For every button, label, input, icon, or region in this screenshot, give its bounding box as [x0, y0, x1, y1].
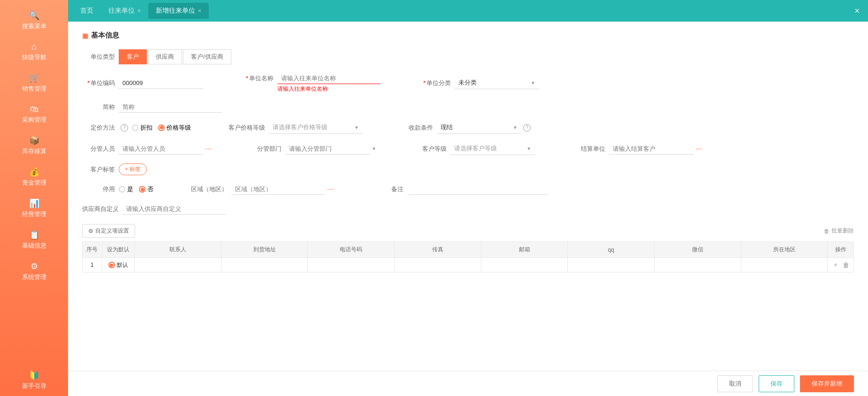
tab-home[interactable]: 首页 — [73, 3, 101, 19]
sidebar-item-system[interactable]: ⚙ 系统管理 — [0, 256, 68, 287]
cell-contact[interactable] — [135, 258, 221, 272]
pricing-radio-discount[interactable]: 折扣 — [132, 124, 152, 132]
notes-input[interactable] — [407, 184, 548, 195]
tab-new-partner[interactable]: 新增往来单位 × — [148, 3, 209, 19]
unit-name-error: 请输入往来单位名称 — [277, 85, 328, 93]
settlement-unit-input[interactable] — [609, 143, 693, 155]
cell-email[interactable] — [481, 258, 568, 272]
add-row-btn[interactable]: ＋ — [832, 261, 839, 269]
delete-row-btn[interactable]: 🗑 — [843, 261, 849, 269]
row-region-input[interactable] — [744, 262, 825, 268]
email-input[interactable] — [484, 262, 565, 268]
manager-input[interactable] — [119, 143, 203, 155]
default-radio-item[interactable]: 默认 — [108, 261, 128, 269]
price-level-select[interactable]: 请选择客户价格等级 ▼ — [269, 121, 363, 134]
tab-new-partner-close[interactable]: × — [198, 8, 201, 14]
disabled-radio-yes-label: 是 — [127, 185, 133, 194]
customer-tag-row: 客户标签 + 标签 — [82, 163, 854, 175]
save-and-new-button[interactable]: 保存并新增 — [800, 375, 854, 392]
wechat-input[interactable] — [657, 262, 738, 268]
sidebar-item-guide-label: 新手引导 — [22, 382, 46, 390]
save-button[interactable]: 保存 — [759, 375, 794, 392]
search-icon: 🔍 — [29, 10, 39, 21]
cell-region[interactable] — [741, 258, 828, 272]
cell-seq: 1 — [83, 258, 102, 272]
pricing-radio-discount-circle — [132, 124, 138, 131]
payment-terms-value: 现结 — [441, 123, 453, 132]
manager-row: 分管人员 ··· 分管部门 ▼ 客户等级 请选择客户等级 ▼ 结算单位 — [82, 142, 854, 155]
payment-terms-label: 收款条件 — [400, 124, 433, 132]
disabled-radio-no-circle — [139, 186, 145, 193]
supplier-custom-input[interactable] — [122, 203, 226, 215]
sidebar-item-quick-nav-label: 快捷导航 — [22, 53, 46, 62]
settlement-unit-label: 结算单位 — [572, 145, 605, 153]
sidebar-item-operations[interactable]: 📊 经营管理 — [0, 193, 68, 224]
pricing-radio-level[interactable]: 价格等级 — [158, 124, 191, 132]
sidebar-item-quick-nav[interactable]: ⌂ 快捷导航 — [0, 36, 68, 67]
disabled-radio-yes[interactable]: 是 — [119, 185, 133, 194]
tab-home-label: 首页 — [80, 7, 93, 15]
unit-category-select[interactable]: 未分类 ▼ — [455, 77, 539, 89]
fax-input[interactable] — [397, 262, 478, 268]
qq-input[interactable] — [571, 262, 651, 268]
phone-input[interactable] — [311, 262, 391, 268]
section-basic-info: ▣ 基本信息 — [82, 31, 854, 40]
sidebar-item-basic-info[interactable]: 📋 基础信息 — [0, 224, 68, 256]
payment-terms-help-icon[interactable]: ? — [523, 124, 531, 132]
custom-settings-button[interactable]: ⚙ 自定义项设置 — [82, 224, 135, 238]
short-name-label: 简称 — [82, 103, 115, 111]
section-basic-info-label: 基本信息 — [91, 31, 119, 40]
contact-input[interactable] — [137, 262, 218, 268]
type-btn-both[interactable]: 客户/供应商 — [183, 49, 231, 64]
customer-level-select[interactable]: 请选择客户等级 ▼ — [450, 142, 535, 155]
tab-partner[interactable]: 往来单位 × — [101, 3, 148, 19]
col-default: 设为默认 — [102, 242, 134, 258]
tab-bar-close-all[interactable]: × — [851, 6, 863, 16]
sidebar-item-purchase[interactable]: 🛍 采购管理 — [0, 99, 68, 130]
type-btn-customer[interactable]: 客户 — [119, 49, 147, 64]
customer-tag-label: 客户标签 — [82, 165, 115, 174]
unit-type-buttons: 客户 供应商 客户/供应商 — [119, 49, 231, 64]
settlement-unit-more-btn[interactable]: ··· — [695, 145, 701, 153]
supplier-custom-label: 供应商自定义 — [82, 205, 119, 213]
tab-partner-close[interactable]: × — [137, 8, 141, 14]
sidebar-item-inventory[interactable]: 📦 库存核算 — [0, 130, 68, 161]
disabled-group: 停用 是 否 — [82, 185, 153, 194]
manager-more-btn[interactable]: ··· — [205, 145, 211, 153]
col-email: 邮箱 — [481, 242, 568, 258]
tab-bar: 首页 往来单位 × 新增往来单位 × × — [68, 0, 868, 22]
payment-terms-select[interactable]: 现结 ▼ — [437, 121, 521, 134]
disabled-radio-no[interactable]: 否 — [139, 185, 153, 194]
region-input[interactable] — [231, 184, 325, 195]
department-input[interactable] — [285, 143, 370, 155]
address-input[interactable] — [224, 262, 305, 268]
gear-icon: ⚙ — [30, 261, 38, 272]
cell-fax[interactable] — [395, 258, 481, 272]
sidebar-item-sales[interactable]: 🛒 销售管理 — [0, 67, 68, 99]
unit-code-input[interactable] — [119, 78, 203, 89]
cell-phone[interactable] — [308, 258, 395, 272]
price-level-placeholder: 请选择客户价格等级 — [273, 123, 327, 132]
col-contact: 联系人 — [135, 242, 221, 258]
pricing-radio-group: 折扣 价格等级 — [132, 124, 191, 132]
col-seq: 序号 — [83, 242, 102, 258]
cancel-button[interactable]: 取消 — [717, 375, 753, 392]
col-wechat: 微信 — [655, 242, 741, 258]
cell-address[interactable] — [221, 258, 308, 272]
cell-wechat[interactable] — [655, 258, 741, 272]
sidebar-item-finance[interactable]: 💰 资金管理 — [0, 161, 68, 193]
contact-table-section: ⚙ 自定义项设置 🗑 批量删除 序号 设为默认 联系人 到货地址 电话号码 — [82, 224, 854, 272]
bag-icon: 🛍 — [30, 104, 38, 114]
sidebar-item-operations-label: 经营管理 — [22, 210, 46, 218]
add-tag-button[interactable]: + 标签 — [119, 163, 147, 175]
sidebar-item-guide[interactable]: 🔰 新手引导 — [0, 365, 68, 396]
batch-delete-button[interactable]: 🗑 批量删除 — [824, 227, 854, 235]
pricing-help-icon[interactable]: ? — [121, 124, 128, 132]
short-name-input[interactable] — [119, 101, 222, 113]
type-btn-supplier[interactable]: 供应商 — [148, 49, 182, 64]
pricing-row: 定价方法 ? 折扣 价格等级 客户价格等级 请选择客户价格等级 — [82, 121, 854, 134]
sidebar-item-search[interactable]: 🔍 搜索菜单 — [0, 5, 68, 36]
cell-qq[interactable] — [568, 258, 655, 272]
region-more-btn[interactable]: ··· — [327, 185, 333, 194]
unit-name-input[interactable] — [277, 73, 381, 84]
